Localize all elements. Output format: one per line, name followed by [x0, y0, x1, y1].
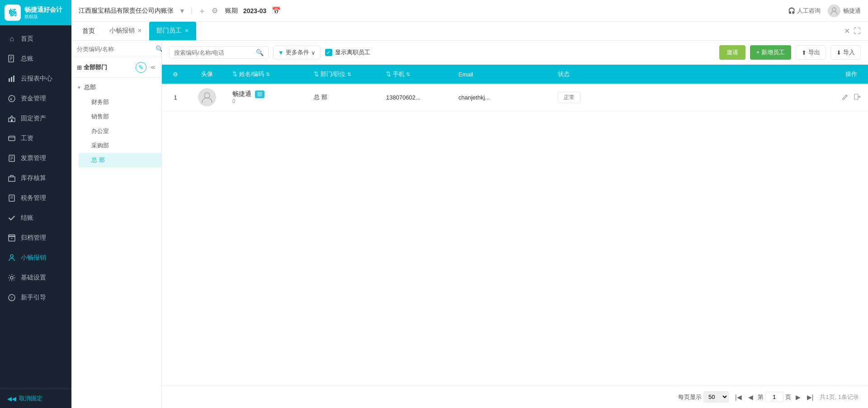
funds-icon: ¥	[7, 94, 16, 103]
row-name-cell: 畅捷通 部 0	[225, 84, 307, 111]
logout-employee-button[interactable]	[854, 93, 861, 102]
page-prev-button[interactable]: ◀	[746, 393, 755, 402]
col-header-dept[interactable]: ⇅ 部门/职位	[307, 65, 379, 84]
page-first-button[interactable]: |◀	[733, 393, 744, 402]
period-label: 账期	[225, 7, 238, 15]
sidebar-item-settings[interactable]: 基础设置	[0, 268, 71, 288]
page-unit-label: 页	[785, 393, 791, 401]
tab-home[interactable]: 首页	[75, 22, 102, 40]
company-name[interactable]: 江西服宝精品有限责任公司内账张	[79, 7, 174, 15]
sidebar-item-inventory[interactable]: 库存核算	[0, 168, 71, 188]
page-number-input[interactable]: 1	[765, 392, 783, 402]
topbar-right: 🎧 人工咨询 畅捷通	[788, 5, 861, 17]
tab-expense[interactable]: 小畅报销 ✕	[102, 22, 149, 40]
dept-leaf-general[interactable]: 总 部	[79, 153, 161, 167]
dept-panel: 🔍 ⊞ 全部部门 ✎ ≪ ▼ 总部 财务部	[71, 41, 162, 408]
col-header-phone[interactable]: ⇅ 手机	[379, 65, 451, 84]
sidebar-item-expense[interactable]: 小畅报销	[0, 248, 71, 268]
sidebar-item-home[interactable]: ⌂ 首页	[0, 29, 71, 49]
sidebar-item-archive[interactable]: 归档管理	[0, 228, 71, 248]
dept-leaf-purchasing[interactable]: 采购部	[79, 138, 161, 153]
settings-button[interactable]: ⚙	[212, 6, 218, 15]
col-header-action: 操作	[605, 65, 868, 84]
invite-button[interactable]: 邀请	[719, 45, 745, 60]
dept-node-header-headquarters[interactable]: ▼ 总部	[71, 80, 161, 95]
edit-employee-button[interactable]	[842, 93, 849, 102]
tab-department-label: 部门员工	[156, 27, 182, 35]
dept-node-headquarters: ▼ 总部 财务部 销售部 办公室 采购	[71, 80, 161, 167]
col-name-label: ⇅	[232, 71, 239, 77]
tab-expense-close-icon[interactable]: ✕	[137, 28, 142, 34]
page-total-label: 共1页, 1条记录	[820, 393, 859, 401]
col-header-name[interactable]: ⇅ 姓名/编码	[225, 65, 307, 84]
page-last-button[interactable]: ▶|	[805, 393, 816, 402]
dept-leaf-finance[interactable]: 财务部	[79, 95, 161, 109]
add-employee-button[interactable]: + 新增员工	[750, 45, 791, 60]
settings-icon	[7, 273, 16, 282]
reports-icon	[7, 74, 16, 83]
dept-leaf-sales[interactable]: 销售部	[79, 109, 161, 124]
sidebar-item-tax[interactable]: 税务管理	[0, 188, 71, 208]
dept-badge: 部	[255, 90, 264, 98]
dept-leaf-office[interactable]: 办公室	[79, 124, 161, 138]
dept-collapse-button[interactable]: ≪	[150, 64, 156, 71]
employee-panel: 🔍 ▼ 更多条件 ∨ ✓ 显示离职员工 邀请 + 新增员工	[162, 41, 868, 408]
period-value[interactable]: 2023-03	[243, 7, 266, 14]
table-row: 1 畅捷通 部 0	[162, 84, 868, 111]
support-button[interactable]: 🎧 人工咨询	[788, 7, 821, 15]
dept-search-input[interactable]	[77, 46, 153, 52]
sidebar-item-label: 库存核算	[21, 174, 46, 182]
tab-department[interactable]: 部门员工 ✕	[149, 22, 196, 40]
sidebar-item-assets[interactable]: 固定资产	[0, 109, 71, 128]
row-dept: 总 部	[307, 84, 379, 111]
sidebar-item-label: 资金管理	[21, 95, 46, 103]
employee-search-icon[interactable]: 🔍	[256, 49, 264, 56]
show-resigned-toggle[interactable]: ✓ 显示离职员工	[325, 48, 370, 57]
filter-label: 更多条件	[286, 48, 309, 57]
filter-button[interactable]: ▼ 更多条件 ∨	[273, 46, 321, 59]
company-dropdown-icon[interactable]: ▼	[179, 7, 185, 14]
import-label: 导入	[843, 48, 855, 57]
sidebar-item-label: 基础设置	[21, 274, 46, 282]
svg-point-28	[832, 8, 836, 11]
settings-col-icon: ⚙	[173, 71, 178, 78]
sidebar-item-salary[interactable]: 工资	[0, 128, 71, 148]
sidebar-item-closing[interactable]: 结账	[0, 208, 71, 228]
cancel-pin-label: 取消固定	[19, 394, 42, 403]
per-page-dropdown[interactable]: 10 20 50 100	[703, 391, 729, 403]
tax-icon	[7, 194, 16, 203]
topbar-divider: |	[191, 7, 193, 15]
row-status-cell: 正常	[551, 84, 605, 111]
svg-point-29	[204, 93, 210, 98]
sidebar-item-label: 税务管理	[21, 194, 46, 202]
cancel-pin-button[interactable]: ◀◀ 取消固定	[0, 389, 71, 408]
main-area: 江西服宝精品有限责任公司内账张 ▼ | ＋ ⚙ 账期 2023-03 📅 🎧 人…	[71, 0, 868, 408]
col-dept-sort-icon: ⇅	[314, 71, 321, 77]
employee-search-input[interactable]	[174, 49, 253, 56]
sidebar-item-label: 新手引导	[21, 294, 46, 302]
page-next-button[interactable]: ▶	[794, 393, 802, 402]
export-button[interactable]: ⬆ 导出	[796, 45, 826, 60]
status-badge: 正常	[558, 92, 580, 103]
sidebar-item-label: 工资	[21, 134, 33, 142]
user-menu[interactable]: 畅捷通	[828, 5, 861, 17]
sidebar-item-ledger[interactable]: 总账	[0, 49, 71, 69]
col-header-gear[interactable]: ⚙	[162, 65, 189, 84]
calendar-icon[interactable]: 📅	[272, 6, 281, 15]
sidebar-item-funds[interactable]: ¥ 资金管理	[0, 89, 71, 109]
sidebar-item-guide[interactable]: ? 新手引导	[0, 288, 71, 308]
sidebar-item-label: 首页	[21, 35, 33, 43]
add-company-button[interactable]: ＋	[198, 5, 206, 16]
pagination: |◀ ◀ 第 1 页 ▶ ▶|	[733, 392, 815, 402]
sidebar-item-invoice[interactable]: 发票管理	[0, 148, 71, 168]
sidebar-item-label: 小畅报销	[21, 254, 46, 262]
dept-add-button[interactable]: ✎	[136, 62, 146, 73]
tab-department-close-icon[interactable]: ✕	[184, 28, 189, 34]
svg-rect-22	[9, 235, 15, 237]
sidebar-item-reports[interactable]: 云报表中心	[0, 69, 71, 89]
close-tabs-button[interactable]: ✕	[844, 27, 850, 35]
employees-data-table: ⚙ 头像 ⇅ 姓名/编码 ⇅ 部门/职位	[162, 65, 868, 111]
expand-tabs-button[interactable]: ⛶	[854, 27, 861, 35]
import-button[interactable]: ⬇ 导入	[830, 45, 861, 60]
sidebar-logo: 畅 畅捷通好会计 旗舰版	[0, 0, 71, 25]
